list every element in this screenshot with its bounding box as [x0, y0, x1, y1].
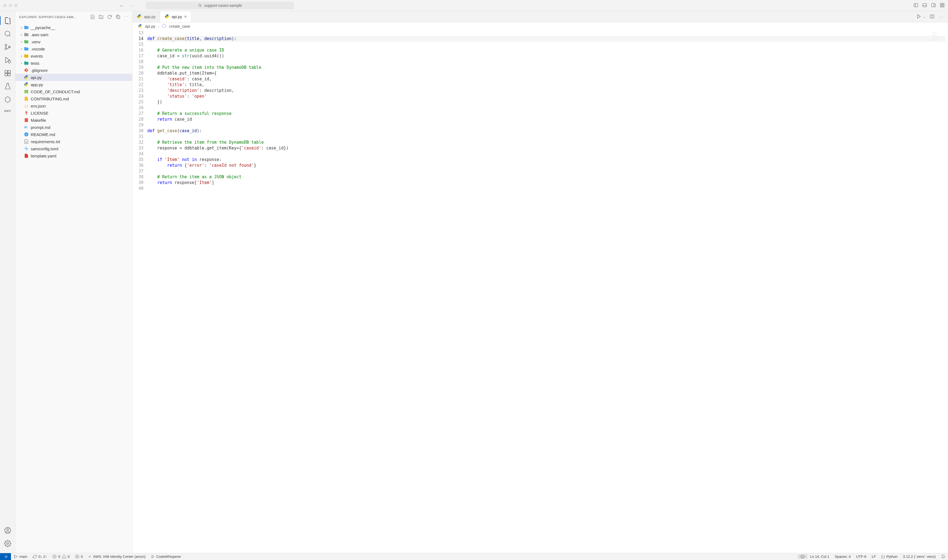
svg-rect-8: [940, 3, 942, 5]
ports-status[interactable]: 0: [72, 553, 86, 560]
breadcrumb-file[interactable]: api.py: [145, 24, 155, 29]
folder--venv[interactable]: ›.venv: [15, 38, 132, 45]
toggle-secondary-sidebar-icon[interactable]: [931, 3, 936, 9]
customize-layout-icon[interactable]: [940, 3, 945, 9]
git-sync-status[interactable]: 0↓ 2↑: [30, 553, 50, 560]
code-content[interactable]: def create_case(title, description): # G…: [147, 30, 948, 553]
close-tab-icon[interactable]: ×: [184, 14, 186, 19]
json-icon: { }: [24, 104, 29, 108]
folder--vscode[interactable]: ›.vscode: [15, 45, 132, 52]
file-label: app.py: [31, 82, 43, 87]
file-label: CONTRIBUTING.md: [31, 97, 69, 101]
git-branch-status[interactable]: main: [11, 553, 30, 560]
zoom-window[interactable]: [14, 4, 18, 7]
aws-status[interactable]: ✓ AWS: IAM Identity Center (amzn): [86, 553, 148, 560]
accounts-icon[interactable]: [0, 524, 15, 537]
code-editor[interactable]: 1314151617181920212223242526272829303132…: [132, 30, 948, 553]
yaml-icon: [24, 153, 29, 158]
close-window[interactable]: [3, 4, 6, 7]
search-text: support-cases-sample: [204, 3, 242, 8]
interpreter-status[interactable]: 3.12.2 ('.venv': venv): [900, 554, 939, 558]
folder-tests[interactable]: ›tests: [15, 60, 132, 67]
encoding-status[interactable]: UTF-8: [853, 554, 869, 558]
search-view-icon[interactable]: [0, 27, 15, 40]
file-api-py[interactable]: api.py: [15, 74, 132, 81]
svg-point-0: [199, 4, 201, 6]
file-makefile[interactable]: Makefile: [15, 117, 132, 124]
cursor-position-status[interactable]: Ln 14, Col 1: [807, 554, 832, 558]
run-debug-view-icon[interactable]: [0, 54, 15, 67]
file--gitignore[interactable]: .gitignore: [15, 67, 132, 74]
indentation-status[interactable]: Spaces: 4: [832, 554, 853, 558]
file-env-json[interactable]: { }env.json: [15, 102, 132, 109]
more-editor-icon[interactable]: ···: [939, 15, 943, 19]
chevron-right-icon: ›: [19, 54, 24, 58]
txt-icon: [24, 139, 29, 144]
python-icon: [137, 14, 142, 20]
file-label: tests: [31, 61, 40, 66]
file-app-py[interactable]: app.py: [15, 81, 132, 88]
file-readme-md[interactable]: iREADME.md: [15, 131, 132, 138]
minimap[interactable]: [933, 30, 948, 52]
extensions-view-icon[interactable]: [0, 67, 15, 80]
folder-events[interactable]: ›events: [15, 52, 132, 60]
svg-rect-21: [5, 74, 8, 76]
chevron-right-icon: ›: [19, 40, 24, 44]
breadcrumb[interactable]: api.py › create_case: [132, 23, 948, 30]
testing-view-icon[interactable]: [0, 80, 15, 93]
go-forward-button[interactable]: →: [129, 3, 135, 9]
split-editor-icon[interactable]: [930, 14, 934, 20]
run-file-icon[interactable]: [916, 14, 921, 20]
svg-point-14: [5, 44, 7, 46]
tab-api-py[interactable]: api.py×: [160, 11, 191, 22]
file-code-of-conduct-md[interactable]: CODE_OF_CONDUCT.md: [15, 88, 132, 95]
folder--aws-sam[interactable]: ›.aws-sam: [15, 31, 132, 38]
more-icon[interactable]: ···: [124, 15, 128, 20]
remote-indicator[interactable]: [0, 553, 11, 560]
md-green-icon: [24, 89, 29, 94]
license-icon: [24, 111, 29, 115]
svg-point-27: [6, 543, 9, 545]
explorer-actions: ···: [90, 15, 128, 20]
window-controls: [3, 4, 18, 7]
tab-label: app.py: [144, 15, 155, 19]
eol-status[interactable]: LF: [869, 554, 879, 558]
refresh-icon[interactable]: [107, 15, 112, 20]
svg-rect-4: [923, 3, 926, 7]
symbol-icon: [162, 24, 166, 29]
svg-marker-50: [917, 15, 920, 18]
file-contributing-md[interactable]: CONTRIBUTING.md: [15, 95, 132, 102]
explorer-sidebar: EXPLORER: SUPPORT-CASES-SAM... ··· ›__py…: [15, 11, 132, 553]
settings-gear-icon[interactable]: [0, 537, 15, 550]
source-control-view-icon[interactable]: [0, 40, 15, 54]
problems-status[interactable]: 0 0: [50, 553, 72, 560]
editor-area: app.pyapi.py× ⌄ ··· api.py › create_case…: [132, 11, 948, 553]
toggle-panel-icon[interactable]: [922, 3, 927, 9]
file-license[interactable]: LICENSE: [15, 109, 132, 117]
codewhisperer-status[interactable]: CodeWhisperer: [148, 553, 184, 560]
hex-view-icon[interactable]: [0, 93, 15, 106]
file-requirements-txt[interactable]: requirements.txt: [15, 138, 132, 145]
folder---pycache--[interactable]: ›__pycache__: [15, 24, 132, 31]
minimize-window[interactable]: [9, 4, 12, 7]
file-samconfig-toml[interactable]: samconfig.toml: [15, 145, 132, 152]
aws-view-icon[interactable]: aws: [0, 106, 15, 114]
notifications-icon[interactable]: [939, 554, 948, 558]
file-label: .aws-sam: [31, 32, 48, 37]
file-template-yaml[interactable]: template.yaml: [15, 152, 132, 159]
new-file-icon[interactable]: [90, 15, 95, 20]
file-prompt-md[interactable]: M↓prompt.md: [15, 124, 132, 131]
language-status[interactable]: { } Python: [879, 554, 900, 558]
svg-marker-24: [5, 97, 10, 103]
go-back-button[interactable]: ←: [119, 3, 125, 9]
feedback-status[interactable]: [798, 554, 807, 558]
collapse-all-icon[interactable]: [116, 15, 120, 20]
toggle-primary-sidebar-icon[interactable]: [913, 3, 919, 9]
run-dropdown-icon[interactable]: ⌄: [923, 15, 925, 18]
new-folder-icon[interactable]: [99, 15, 103, 20]
explorer-view-icon[interactable]: [0, 14, 15, 27]
command-center[interactable]: support-cases-sample: [146, 2, 294, 9]
breadcrumb-symbol[interactable]: create_case: [169, 24, 190, 29]
tab-app-py[interactable]: app.py: [132, 11, 160, 22]
svg-rect-11: [943, 6, 944, 7]
